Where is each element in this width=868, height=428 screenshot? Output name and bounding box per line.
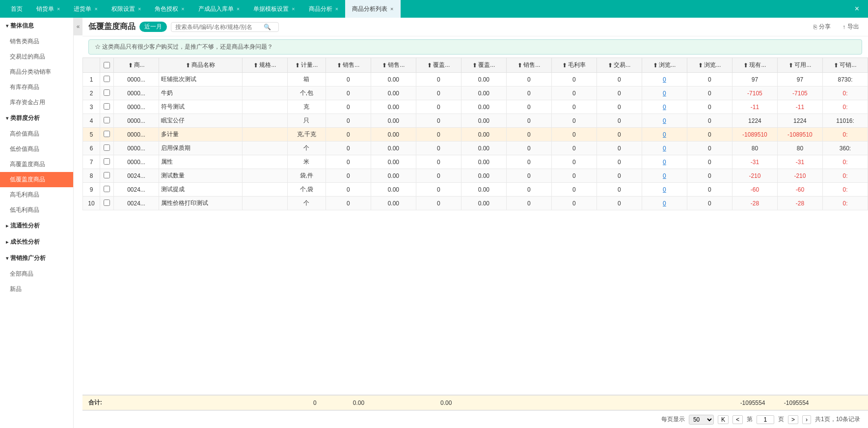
cell-sales-days: 0 <box>506 128 551 142</box>
nav-item-purchase[interactable]: 进货单 × <box>67 0 104 18</box>
row-checkbox[interactable] <box>104 117 110 123</box>
row-checkbox[interactable] <box>104 200 110 206</box>
th-code[interactable]: ⬆商... <box>114 58 159 73</box>
sidebar-item-low-margin[interactable]: 低毛利商品 <box>0 202 73 218</box>
sidebar-item-high-value[interactable]: 高价值商品 <box>0 126 73 142</box>
search-input[interactable] <box>175 24 264 30</box>
th-browse1[interactable]: ⬆浏览... <box>642 58 687 73</box>
per-page-select[interactable]: 50 20 100 200 <box>689 415 714 425</box>
cell-current: -1089510 <box>732 128 777 142</box>
time-filter-button[interactable]: 近一月 <box>139 22 167 32</box>
sidebar-item-high-margin[interactable]: 高毛利商品 <box>0 187 73 202</box>
sidebar-item-all-goods[interactable]: 全部商品 <box>0 266 73 282</box>
sidebar-item-stocked-goods[interactable]: 有库存商品 <box>0 80 73 95</box>
th-gross-rate[interactable]: ⬆毛利率 <box>551 58 597 73</box>
th-sellable[interactable]: ⬆可销... <box>822 58 868 73</box>
search-icon[interactable]: 🔍 <box>264 24 271 30</box>
row-checkbox[interactable] <box>104 144 110 151</box>
cell-sales-count: 0 <box>326 169 371 183</box>
sidebar-section-overall[interactable]: ▾ 整体信息 <box>0 18 73 34</box>
th-name[interactable]: ⬆商品名称 <box>159 58 243 73</box>
row-checkbox[interactable] <box>104 89 110 96</box>
nav-close-warehouse[interactable]: × <box>237 6 240 12</box>
th-sales-amt[interactable]: ⬆销售... <box>371 58 416 73</box>
sidebar-item-category-rate[interactable]: 商品分类动销率 <box>0 64 73 80</box>
nav-close-purchase[interactable]: × <box>94 6 97 12</box>
cell-trans: 0 <box>597 155 642 169</box>
sidebar-item-low-coverage[interactable]: 低覆盖度商品 <box>0 172 73 187</box>
cell-avail: -7105 <box>777 86 822 100</box>
nav-item-warehouse[interactable]: 产成品入库单 × <box>191 0 246 18</box>
sidebar-item-traded-goods[interactable]: 交易过的商品 <box>0 49 73 64</box>
th-current[interactable]: ⬆现有... <box>732 58 777 73</box>
cell-gross-rate: 0 <box>551 169 597 183</box>
th-cover-rate[interactable]: ⬆覆盖... <box>461 58 506 73</box>
select-all-checkbox[interactable] <box>104 62 110 68</box>
cell-avail: -210 <box>777 169 822 183</box>
sidebar-item-inventory-capital[interactable]: 库存资金占用 <box>0 95 73 110</box>
nav-close-sales[interactable]: × <box>57 6 60 12</box>
pagination-last-button[interactable]: › <box>802 415 811 424</box>
sidebar-section-cluster[interactable]: ▾ 类群度分析 <box>0 110 73 126</box>
nav-close-roles[interactable]: × <box>181 6 184 12</box>
nav-close-all-button[interactable]: × <box>850 4 864 13</box>
row-checkbox[interactable] <box>104 76 110 82</box>
sidebar-section-marketing[interactable]: ▾ 营销推广分析 <box>0 250 73 266</box>
nav-close-analysis[interactable]: × <box>335 6 338 12</box>
cell-browse2: 0 <box>687 128 732 142</box>
sidebar-section-growth[interactable]: ▸ 成长性分析 <box>0 234 73 250</box>
page-number-input[interactable] <box>757 415 774 424</box>
cell-unit: 箱 <box>287 73 326 86</box>
export-icon: ↑ <box>842 24 845 30</box>
th-cover-count[interactable]: ⬆覆盖... <box>416 58 461 73</box>
cell-unit: 克,千克 <box>287 128 326 142</box>
row-checkbox[interactable] <box>104 158 110 165</box>
th-sales-days[interactable]: ⬆销售... <box>506 58 551 73</box>
nav-item-templates[interactable]: 单据模板设置 × <box>246 0 301 18</box>
cell-check <box>100 73 114 86</box>
nav-close-templates[interactable]: × <box>292 6 295 12</box>
row-checkbox[interactable] <box>104 103 110 110</box>
nav-item-home[interactable]: 首页 <box>4 0 29 18</box>
cell-cover-count: 0 <box>416 169 461 183</box>
nav-item-analysis[interactable]: 商品分析 × <box>302 0 345 18</box>
pagination-prev-button[interactable]: < <box>732 415 743 424</box>
cell-browse1: 0 <box>642 73 687 86</box>
th-unit[interactable]: ⬆计量... <box>287 58 326 73</box>
th-spec[interactable]: ⬆规格... <box>242 58 287 73</box>
cell-check <box>100 86 114 100</box>
nav-item-sales[interactable]: 销货单 × <box>29 0 67 18</box>
row-checkbox[interactable] <box>104 131 110 137</box>
export-button[interactable]: ↑ 导出 <box>840 22 862 32</box>
cell-spec <box>242 197 287 210</box>
row-checkbox[interactable] <box>104 172 110 178</box>
cell-sellable: 0: <box>822 128 868 142</box>
sidebar-collapse-button[interactable]: « <box>74 18 82 35</box>
cell-name: 眠宝公仔 <box>159 114 243 128</box>
share-button[interactable]: ⎘ 分享 <box>811 22 834 32</box>
th-avail[interactable]: ⬆可用... <box>777 58 822 73</box>
nav-close-permissions[interactable]: × <box>138 6 141 12</box>
sidebar-item-low-value[interactable]: 低价值商品 <box>0 142 73 157</box>
th-sales-count[interactable]: ⬆销售... <box>326 58 371 73</box>
cell-num: 2 <box>83 86 100 100</box>
row-checkbox[interactable] <box>104 186 110 192</box>
pagination-next-button[interactable]: > <box>788 415 798 424</box>
table-container[interactable]: ⬆商... ⬆商品名称 ⬆规格... ⬆计量... ⬆销售... <box>82 57 868 395</box>
nav-close-analysis-list[interactable]: × <box>390 6 393 12</box>
sidebar-item-new-goods[interactable]: 新品 <box>0 282 73 297</box>
cell-code: 0000... <box>114 128 159 142</box>
sidebar-section-liquidity[interactable]: ▸ 流通性分析 <box>0 218 73 234</box>
nav-item-roles[interactable]: 角色授权 × <box>148 0 191 18</box>
nav-item-analysis-list[interactable]: 商品分析列表 × <box>345 0 400 18</box>
pagination-first-button[interactable]: K <box>718 415 729 424</box>
th-browse2[interactable]: ⬆浏览... <box>687 58 732 73</box>
nav-item-permissions[interactable]: 权限设置 × <box>105 0 148 18</box>
cell-browse1: 0 <box>642 169 687 183</box>
sidebar-item-sales-goods[interactable]: 销售类商品 <box>0 34 73 49</box>
cell-avail: -31 <box>777 155 822 169</box>
page-title: 低覆盖度商品 <box>88 22 136 32</box>
th-trans[interactable]: ⬆交易... <box>597 58 642 73</box>
sidebar-item-high-coverage[interactable]: 高覆盖度商品 <box>0 157 73 172</box>
cell-code: 0000... <box>114 155 159 169</box>
